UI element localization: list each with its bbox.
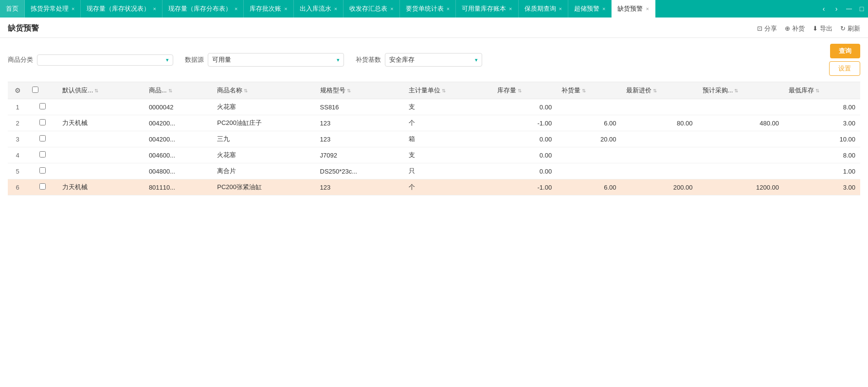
- th-latest-price-sort[interactable]: 最新进价 ⇅: [626, 86, 657, 95]
- tab-item-9[interactable]: 保质期查询×: [519, 0, 568, 18]
- tab-close-2[interactable]: ×: [153, 6, 156, 12]
- tab-item-8[interactable]: 可用量库存账本×: [456, 0, 518, 18]
- row-checkbox-cell: [27, 179, 57, 195]
- tab-close-10[interactable]: ×: [602, 6, 605, 12]
- th-name-sort[interactable]: 商品名称 ⇅: [217, 86, 248, 95]
- category-filter-group: 商品分类 ▾: [8, 54, 173, 66]
- th-supplier-sort[interactable]: 默认供应... ⇅: [62, 86, 98, 95]
- tab-item-6[interactable]: 收发存汇总表×: [344, 0, 399, 18]
- row-stock: 0.00: [492, 163, 557, 179]
- th-supplier: 默认供应... ⇅: [57, 82, 144, 99]
- tab-close-11[interactable]: ×: [646, 6, 649, 12]
- tab-item-1[interactable]: 拣货异常处理×: [25, 0, 81, 18]
- category-label: 商品分类: [8, 55, 33, 64]
- row-checkbox-5[interactable]: [39, 183, 46, 190]
- row-replenish: 6.00: [557, 179, 621, 195]
- row-est-purchase: [698, 99, 784, 115]
- tab-close-1[interactable]: ×: [72, 6, 74, 12]
- tab-close-5[interactable]: ×: [334, 6, 337, 12]
- th-spec: 规格型号 ⇅: [315, 82, 404, 99]
- row-latest-price: 80.00: [621, 115, 698, 131]
- tab-item-10[interactable]: 超储预警×: [568, 0, 612, 18]
- row-stock: -1.00: [492, 179, 557, 195]
- th-stock-sort[interactable]: 库存量 ⇅: [497, 86, 522, 95]
- page-header: 缺货预警 ⊡ 分享 ⊕ 补货 ⬇ 导出 ↻ 刷新: [0, 18, 868, 38]
- row-spec: SS816: [315, 99, 404, 115]
- row-checkbox-4[interactable]: [39, 167, 46, 174]
- tab-close-6[interactable]: ×: [390, 6, 393, 12]
- tab-item-4[interactable]: 库存批次账×: [244, 0, 293, 18]
- row-code: 0000042: [144, 99, 212, 115]
- row-checkbox-1[interactable]: [39, 119, 46, 125]
- row-code: 004200...: [144, 131, 212, 147]
- replenish-base-label: 补货基数: [356, 55, 381, 64]
- th-min-stock: 最低库存 ⇅: [784, 82, 860, 99]
- th-spec-sort[interactable]: 规格型号 ⇅: [320, 86, 351, 95]
- replenish-base-filter-group: 补货基数 安全库存 ▾: [356, 53, 482, 67]
- row-replenish: 20.00: [557, 131, 621, 147]
- row-checkbox-2[interactable]: [39, 135, 46, 141]
- share-button[interactable]: ⊡ 分享: [757, 24, 777, 33]
- datasource-select[interactable]: 可用量 ▾: [208, 53, 344, 67]
- row-checkbox-3[interactable]: [39, 151, 46, 158]
- tab-item-7[interactable]: 要货单统计表×: [400, 0, 456, 18]
- table-row: 3 004200... 三九 123 箱 0.00 20.00 10.00: [8, 131, 860, 147]
- th-est-purchase: 预计采购... ⇅: [698, 82, 784, 99]
- tab-close-3[interactable]: ×: [235, 6, 237, 12]
- row-unit: 箱: [404, 131, 492, 147]
- row-est-purchase: [698, 163, 784, 179]
- export-button[interactable]: ⬇ 导出: [813, 24, 832, 33]
- th-stock: 库存量 ⇅: [492, 82, 557, 99]
- tab-close-4[interactable]: ×: [284, 6, 287, 12]
- row-supplier: 力天机械: [57, 179, 144, 195]
- tab-maximize-btn[interactable]: □: [855, 0, 868, 18]
- row-name: 火花塞: [212, 99, 315, 115]
- th-unit: 主计量单位 ⇅: [404, 82, 492, 99]
- replenish-base-value: 安全库存: [389, 55, 415, 64]
- min-stock-sort-icon: ⇅: [815, 88, 819, 93]
- replenish-label: 补货: [792, 24, 805, 33]
- row-checkbox-cell: [27, 115, 57, 131]
- header-actions: ⊡ 分享 ⊕ 补货 ⬇ 导出 ↻ 刷新: [757, 24, 860, 33]
- gear-icon[interactable]: ⚙: [15, 87, 21, 94]
- row-code: 801110...: [144, 179, 212, 195]
- replenish-button[interactable]: ⊕ 补货: [785, 24, 805, 33]
- row-gear-cell: 6: [8, 179, 27, 195]
- row-name: 三九: [212, 131, 315, 147]
- th-min-stock-sort[interactable]: 最低库存 ⇅: [789, 86, 819, 95]
- row-gear-cell: 2: [8, 115, 27, 131]
- th-code: 商品... ⇅: [144, 82, 212, 99]
- th-unit-sort[interactable]: 主计量单位 ⇅: [409, 86, 446, 95]
- table-row: 4 004600... 火花塞 J7092 支 0.00 8.00: [8, 147, 860, 163]
- row-checkbox-0[interactable]: [39, 103, 46, 109]
- tab-close-9[interactable]: ×: [559, 6, 562, 12]
- row-est-purchase: 480.00: [698, 115, 784, 131]
- row-est-purchase: [698, 131, 784, 147]
- tab-next-btn[interactable]: ›: [830, 0, 843, 18]
- refresh-button[interactable]: ↻ 刷新: [840, 24, 860, 33]
- datasource-filter-group: 数据源 可用量 ▾: [185, 53, 344, 67]
- query-button[interactable]: 查询: [830, 44, 860, 58]
- replenish-base-select[interactable]: 安全库存 ▾: [385, 53, 482, 67]
- table-wrapper: ⚙ 默认供应... ⇅ 商品... ⇅: [0, 82, 868, 195]
- category-select[interactable]: ▾: [37, 54, 173, 66]
- th-est-purchase-sort[interactable]: 预计采购... ⇅: [703, 86, 739, 95]
- export-icon: ⬇: [813, 25, 818, 32]
- tab-item-3[interactable]: 现存量（库存分布表）×: [163, 0, 244, 18]
- settings-button[interactable]: 设置: [829, 61, 860, 76]
- tab-close-8[interactable]: ×: [509, 6, 512, 12]
- row-stock: 0.00: [492, 131, 557, 147]
- select-all-checkbox[interactable]: [32, 87, 38, 93]
- tab-minimize-btn[interactable]: —: [843, 0, 855, 18]
- tab-prev-btn[interactable]: ‹: [817, 0, 830, 18]
- tab-close-7[interactable]: ×: [447, 6, 450, 12]
- tab-item-2[interactable]: 现存量（库存状况表）×: [81, 0, 162, 18]
- th-replenish-sort[interactable]: 补货量 ⇅: [561, 86, 586, 95]
- stock-sort-icon: ⇅: [518, 88, 522, 93]
- th-code-sort[interactable]: 商品... ⇅: [149, 86, 172, 95]
- row-latest-price: [621, 99, 698, 115]
- tab-item-11[interactable]: 缺货预警×: [612, 0, 655, 18]
- tab-item-0[interactable]: 首页: [0, 0, 25, 18]
- row-stock: -1.00: [492, 115, 557, 131]
- tab-item-5[interactable]: 出入库流水×: [294, 0, 344, 18]
